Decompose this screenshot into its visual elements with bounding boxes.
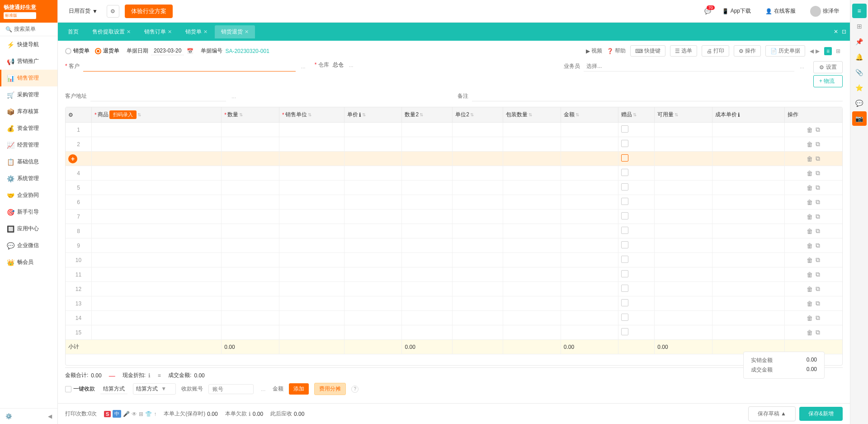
rs-grid-view[interactable]: ⊞: [852, 19, 867, 33]
cell-available[interactable]: [655, 325, 712, 340]
cell-unit-price[interactable]: [344, 210, 402, 224]
gift-checkbox[interactable]: [621, 140, 628, 147]
trial-button[interactable]: 体验行业方案: [125, 5, 173, 18]
cell-amount[interactable]: [561, 238, 618, 253]
cell-quantity[interactable]: [222, 166, 279, 181]
copy-icon[interactable]: ⧉: [816, 140, 820, 148]
gift-checkbox[interactable]: [621, 183, 628, 191]
copy-icon[interactable]: ⧉: [816, 155, 820, 162]
cell-amount[interactable]: [561, 152, 618, 166]
gift-checkbox[interactable]: [621, 270, 628, 277]
cell-package-qty[interactable]: [503, 181, 561, 195]
rs-pin[interactable]: 📌: [852, 34, 867, 49]
cell-product[interactable]: [91, 166, 221, 181]
cell-quantity[interactable]: [222, 195, 279, 210]
gift-checkbox[interactable]: [621, 285, 628, 292]
th-settings[interactable]: ⚙: [66, 107, 91, 123]
cell-unit2[interactable]: [453, 296, 503, 311]
gift-checkbox[interactable]: [621, 299, 628, 306]
cell-quantity2[interactable]: [402, 311, 453, 325]
cell-amount[interactable]: [561, 224, 618, 238]
cell-gift[interactable]: [618, 267, 655, 282]
cell-unit-price[interactable]: [344, 123, 402, 137]
tab-sales-order[interactable]: 销售订单 ✕: [138, 25, 178, 38]
cell-package-qty[interactable]: [503, 195, 561, 210]
cell-sales-unit[interactable]: [279, 210, 344, 224]
cell-gift[interactable]: [618, 123, 655, 137]
gift-checkbox[interactable]: [621, 212, 628, 219]
maximize-icon[interactable]: ⊡: [842, 29, 846, 35]
cell-amount[interactable]: [561, 253, 618, 267]
cell-gift[interactable]: [618, 238, 655, 253]
gift-checkbox[interactable]: [621, 169, 628, 176]
copy-icon[interactable]: ⧉: [816, 314, 820, 322]
delete-icon[interactable]: 🗑: [807, 213, 813, 220]
cell-amount[interactable]: [561, 311, 618, 325]
cell-quantity[interactable]: [222, 296, 279, 311]
delete-icon[interactable]: 🗑: [807, 184, 813, 191]
header-settings-btn[interactable]: ⚙: [107, 5, 119, 18]
cell-unit2[interactable]: [453, 195, 503, 210]
cell-product[interactable]: [91, 267, 221, 282]
list-view-btn[interactable]: ≡: [824, 47, 832, 55]
grid-view-btn[interactable]: ⊞: [834, 47, 843, 55]
gift-checkbox[interactable]: [621, 227, 628, 234]
cell-cost-price[interactable]: [712, 181, 785, 195]
cell-unit-price[interactable]: [344, 181, 402, 195]
action-video[interactable]: ▶ 视频: [586, 47, 602, 55]
cell-quantity[interactable]: [222, 311, 279, 325]
cell-amount[interactable]: [561, 195, 618, 210]
copy-icon[interactable]: ⧉: [816, 213, 820, 220]
cell-quantity[interactable]: [222, 224, 279, 238]
copy-icon[interactable]: ⧉: [816, 256, 820, 264]
cell-unit-price[interactable]: [344, 152, 402, 166]
cell-unit-price[interactable]: [344, 267, 402, 282]
cell-product[interactable]: [91, 238, 221, 253]
cell-product[interactable]: [91, 296, 221, 311]
cell-quantity2[interactable]: [402, 195, 453, 210]
sidebar-item-vip[interactable]: 👑 畅会员: [0, 254, 57, 271]
sidebar-item-purchase[interactable]: 🛒 采购管理: [0, 86, 57, 103]
tab-close-icon[interactable]: ✕: [203, 29, 208, 35]
cell-quantity[interactable]: [222, 253, 279, 267]
cell-gift[interactable]: [618, 253, 655, 267]
cell-sales-unit[interactable]: [279, 296, 344, 311]
cell-sales-unit[interactable]: [279, 166, 344, 181]
tab-sales-return[interactable]: 销货退货 ✕: [215, 25, 255, 38]
nav-prev-btn[interactable]: ◀: [810, 48, 814, 54]
cell-amount[interactable]: [561, 123, 618, 137]
cell-quantity2[interactable]: [402, 166, 453, 181]
cell-available[interactable]: [655, 152, 712, 166]
cell-sales-unit[interactable]: [279, 253, 344, 267]
logistics-button[interactable]: + 物流: [813, 75, 843, 87]
cell-package-qty[interactable]: [503, 224, 561, 238]
cell-available[interactable]: [655, 195, 712, 210]
cell-gift[interactable]: [618, 181, 655, 195]
cell-available[interactable]: [655, 210, 712, 224]
copy-icon[interactable]: ⧉: [816, 329, 820, 336]
delete-icon[interactable]: 🗑: [807, 271, 813, 278]
delete-icon[interactable]: 🗑: [807, 228, 813, 235]
cell-amount[interactable]: [561, 137, 618, 152]
cell-sales-unit[interactable]: [279, 137, 344, 152]
cell-available[interactable]: [655, 166, 712, 181]
delete-icon[interactable]: 🗑: [807, 170, 813, 177]
sidebar-item-finance[interactable]: 💰 资金管理: [0, 120, 57, 137]
cell-product[interactable]: [91, 253, 221, 267]
gift-checkbox[interactable]: [621, 154, 628, 162]
cell-quantity[interactable]: [222, 325, 279, 340]
grid-icon[interactable]: ⊞: [139, 411, 143, 417]
cell-amount[interactable]: [561, 267, 618, 282]
cell-cost-price[interactable]: [712, 253, 785, 267]
cell-amount[interactable]: [561, 282, 618, 296]
cell-sales-unit[interactable]: [279, 123, 344, 137]
delete-icon[interactable]: 🗑: [807, 300, 813, 307]
gift-checkbox[interactable]: [621, 328, 628, 335]
cell-package-qty[interactable]: [503, 137, 561, 152]
cell-cost-price[interactable]: [712, 166, 785, 181]
cell-gift[interactable]: [618, 166, 655, 181]
cell-unit2[interactable]: [453, 325, 503, 340]
sidebar-item-operations[interactable]: 📈 经营管理: [0, 137, 57, 153]
cell-amount[interactable]: [561, 166, 618, 181]
action-print[interactable]: 🖨 打印: [702, 45, 729, 57]
